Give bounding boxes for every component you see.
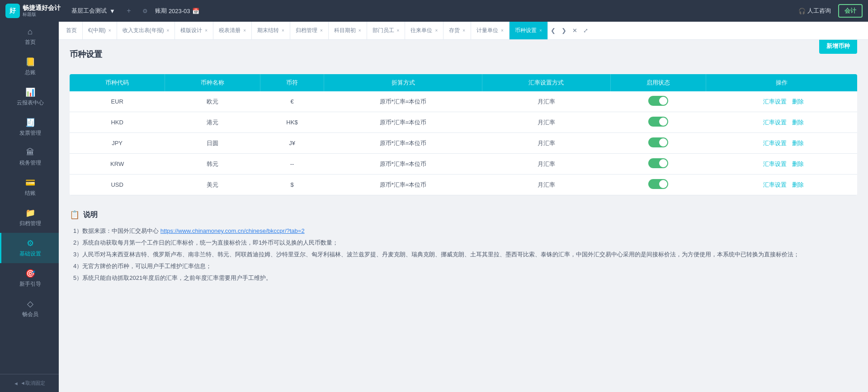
sidebar-item-home[interactable]: ⌂ 首页 (0, 22, 59, 52)
tab-period-end[interactable]: 期末结转 × (252, 22, 290, 40)
delete-link[interactable]: 删除 (792, 161, 804, 167)
cell-name: 港元 (165, 112, 260, 133)
sidebar-item-checkout[interactable]: 💳 结账 (0, 172, 59, 203)
cell-calc: 原币*汇率=本位币 (324, 112, 482, 133)
tab-template-close[interactable]: × (205, 28, 208, 33)
logo-icon: 好 (5, 4, 20, 18)
tab-period-label: €(中期) (88, 27, 106, 34)
tab-unit[interactable]: 计量单位 × (471, 22, 509, 40)
sidebar-item-member[interactable]: ◇ 畅会员 (0, 293, 59, 324)
tab-income[interactable]: 收入支出表(年报) × (117, 22, 175, 40)
archive-icon: 📁 (25, 208, 35, 218)
sidebar-member-label: 畅会员 (22, 311, 38, 318)
cell-rate-type: 月汇率 (482, 175, 610, 195)
member-icon: ◇ (27, 299, 33, 309)
rate-setting-link[interactable]: 汇率设置 (763, 119, 787, 126)
tab-archive-close[interactable]: × (320, 28, 323, 33)
tab-prev-button[interactable]: ❮ (548, 22, 559, 40)
cell-rate-type: 月汇率 (482, 133, 610, 154)
sidebar-item-invoice[interactable]: 🧾 发票管理 (0, 112, 59, 142)
tab-period-close[interactable]: × (108, 28, 111, 33)
enabled-toggle[interactable] (648, 117, 668, 127)
tab-customer[interactable]: 往来单位 × (405, 22, 443, 40)
enabled-toggle[interactable] (648, 179, 668, 189)
rate-setting-link[interactable]: 汇率设置 (763, 161, 787, 167)
tab-tax[interactable]: 税表清册 × (213, 22, 252, 40)
currency-table: 币种代码 币种名称 币符 折算方式 汇率设置方式 启用状态 操作 EUR 欧元 … (70, 74, 857, 195)
sidebar-footer-collapse[interactable]: ◄ ◄取消固定 (0, 374, 59, 392)
reports-icon: 📊 (25, 87, 35, 97)
sidebar-item-settings[interactable]: ⚙ 基础设置 (0, 233, 59, 263)
note-title-text: 说明 (83, 210, 98, 220)
cell-code: EUR (70, 91, 165, 112)
sidebar-item-archive[interactable]: 📁 归档管理 (0, 203, 59, 233)
tab-tax-close[interactable]: × (243, 28, 246, 33)
tab-currency-close[interactable]: × (539, 28, 542, 33)
tab-period[interactable]: €(中期) × (83, 22, 117, 40)
tab-template[interactable]: 模版设计 × (175, 22, 213, 40)
cell-code: USD (70, 175, 165, 195)
delete-link[interactable]: 删除 (792, 181, 804, 188)
settings-button[interactable]: ⚙ (139, 2, 151, 20)
top-bar-actions: 🎧 人工咨询 会计 (795, 4, 863, 18)
sidebar-guide-label: 新手引导 (19, 280, 41, 288)
period-value: 2023-03 (169, 8, 190, 14)
cell-code: HKD (70, 112, 165, 133)
tab-inventory[interactable]: 存货 × (443, 22, 471, 40)
tab-home[interactable]: 首页 (61, 22, 83, 40)
col-rate-type: 汇率设置方式 (482, 74, 610, 91)
enabled-toggle[interactable] (648, 137, 668, 147)
cell-rate-type: 月汇率 (482, 91, 610, 112)
tab-unit-close[interactable]: × (501, 28, 504, 33)
tab-next-button[interactable]: ❯ (559, 22, 570, 40)
tab-template-label: 模版设计 (180, 27, 202, 34)
tab-dept-close[interactable]: × (397, 28, 400, 33)
rate-setting-link[interactable]: 汇率设置 (763, 181, 787, 188)
tab-dept[interactable]: 部门员工 × (367, 22, 406, 40)
cell-enabled (610, 112, 706, 133)
delete-link[interactable]: 删除 (792, 140, 804, 146)
period-label: 账期 (155, 7, 167, 15)
tab-expand-button[interactable]: ⤢ (580, 22, 591, 40)
sidebar-item-guide[interactable]: 🎯 新手引导 (0, 263, 59, 293)
sidebar-tax-label: 税务管理 (19, 159, 41, 167)
delete-link[interactable]: 删除 (792, 119, 804, 126)
sidebar-reports-label: 云报表中心 (17, 99, 44, 107)
tab-archive[interactable]: 归档管理 × (290, 22, 329, 40)
add-tab-button[interactable]: + (123, 2, 135, 20)
cell-enabled (610, 154, 706, 175)
delete-link[interactable]: 删除 (792, 98, 804, 105)
cell-rate-type: 月汇率 (482, 154, 610, 175)
table-row: JPY 日圆 J¥ 原币*汇率=本位币 月汇率 汇率设置 删除 (70, 133, 857, 154)
note-section: 📋 说明 1）数据来源：中国外汇交易中心 https://www.chinamo… (70, 210, 857, 284)
tab-currency-label: 币种设置 (515, 27, 537, 34)
tab-income-close[interactable]: × (167, 28, 170, 33)
tab-customer-close[interactable]: × (435, 28, 438, 33)
tab-close-all-button[interactable]: ✕ (570, 22, 580, 40)
tab-period-end-close[interactable]: × (282, 28, 284, 33)
tab-subject[interactable]: 科目期初 × (329, 22, 367, 40)
sidebar-item-reports[interactable]: 📊 云报表中心 (0, 82, 59, 112)
new-currency-button[interactable]: 新增币种 (819, 40, 857, 54)
tab-currency[interactable]: 币种设置 × (509, 22, 548, 40)
enabled-toggle[interactable] (648, 158, 668, 168)
calendar-icon[interactable]: 📅 (192, 8, 199, 14)
company-selector[interactable]: 基层工会测试 ▼ (68, 5, 119, 17)
tab-income-label: 收入支出表(年报) (123, 27, 164, 34)
rate-setting-link[interactable]: 汇率设置 (763, 98, 787, 105)
tab-inventory-close[interactable]: × (462, 28, 465, 33)
rate-setting-link[interactable]: 汇率设置 (763, 140, 787, 146)
note-link[interactable]: https://www.chinamoney.com.cn/chinese/bk… (160, 227, 305, 234)
cell-action: 汇率设置 删除 (706, 154, 857, 175)
enabled-toggle[interactable] (648, 96, 668, 106)
home-icon: ⌂ (28, 27, 33, 37)
cell-action: 汇率设置 删除 (706, 133, 857, 154)
human-service-button[interactable]: 🎧 人工咨询 (795, 5, 835, 17)
sidebar-item-ledger[interactable]: 📒 总账 (0, 52, 59, 82)
account-button[interactable]: 会计 (838, 4, 863, 18)
sidebar-item-tax[interactable]: 🏛 税务管理 (0, 142, 59, 172)
tab-subject-label: 科目期初 (334, 27, 356, 34)
col-name: 币种名称 (165, 74, 260, 91)
tab-subject-close[interactable]: × (359, 28, 361, 33)
sidebar-settings-label: 基础设置 (19, 250, 41, 258)
